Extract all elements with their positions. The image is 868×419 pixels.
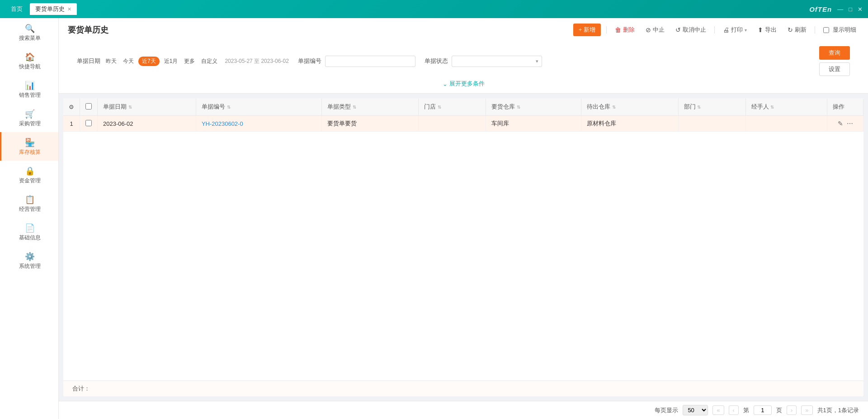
new-btn[interactable]: + 新增 bbox=[573, 24, 601, 36]
select-all-checkbox[interactable] bbox=[85, 103, 92, 110]
window-maximize-btn[interactable]: □ bbox=[849, 6, 852, 13]
home-icon: 🏠 bbox=[25, 53, 35, 61]
sidebar-item-base-label: 基础信息 bbox=[19, 234, 41, 242]
tab-requisition-history[interactable]: 要货单历史 ✕ bbox=[30, 3, 77, 15]
table-header-row: ⚙ 单据日期 ⇅ 单据编号 ⇅ 单据类型 bbox=[63, 98, 863, 116]
next-page-btn[interactable]: › bbox=[787, 405, 797, 415]
date-7days[interactable]: 近7天 bbox=[138, 57, 160, 66]
toolbar: + 新增 🗑 删除 ⊘ 中止 ↺ 取消中止 bbox=[573, 24, 859, 36]
col-ops: 操作 bbox=[827, 98, 863, 116]
total-info: 共1页，1条记录 bbox=[817, 406, 859, 414]
footer-sum: 合计： bbox=[63, 381, 863, 396]
status-select[interactable]: 待审核 已审核 已取消 bbox=[452, 56, 542, 67]
sidebar: 🔍 搜索菜单 🏠 快捷导航 📊 销售管理 🛒 采购管理 🏪 库存核算 🔒 资金管… bbox=[0, 18, 59, 419]
edit-icon[interactable]: ✎ bbox=[838, 120, 843, 127]
sidebar-item-sys-mgmt[interactable]: ⚙️ 系统管理 bbox=[0, 246, 58, 275]
query-btn[interactable]: 查询 bbox=[819, 46, 850, 60]
print-label: 打印 bbox=[731, 26, 743, 34]
col-dept-label: 部门 bbox=[684, 103, 696, 110]
data-table: ⚙ 单据日期 ⇅ 单据编号 ⇅ 单据类型 bbox=[63, 98, 863, 132]
sum-label: 合计： bbox=[72, 385, 90, 392]
cancel-stop-label: 取消中止 bbox=[683, 26, 706, 34]
page-input[interactable] bbox=[754, 405, 772, 415]
tab-requisition-label: 要货单历史 bbox=[35, 5, 65, 13]
page-title: 要货单历史 bbox=[68, 24, 108, 35]
window-minimize-btn[interactable]: — bbox=[837, 6, 843, 13]
cancel-stop-btn[interactable]: ↺ 取消中止 bbox=[673, 24, 709, 36]
date-today[interactable]: 今天 bbox=[121, 57, 136, 66]
page-label: 第 bbox=[743, 406, 749, 414]
date-filter-group: 单据日期 昨天 今天 近7天 近1月 更多 自定义 2023-05-27 至 2… bbox=[77, 57, 289, 66]
expand-more-label: 展开更多条件 bbox=[449, 80, 485, 88]
sidebar-item-inventory-mgmt[interactable]: 🏪 库存核算 bbox=[0, 132, 58, 161]
show-detail-btn[interactable]: 显示明细 bbox=[821, 24, 859, 36]
top-bar-right: OfTEn — □ ✕ bbox=[809, 5, 863, 13]
sidebar-item-quick-nav[interactable]: 🏠 快捷导航 bbox=[0, 47, 58, 75]
per-page-select[interactable]: 20 50 100 bbox=[683, 405, 708, 415]
export-btn[interactable]: ⬆ 导出 bbox=[755, 24, 779, 36]
sidebar-item-search-menu[interactable]: 🔍 搜索菜单 bbox=[0, 18, 58, 47]
date-1month[interactable]: 近1月 bbox=[162, 57, 180, 66]
row-checkbox-cell bbox=[80, 116, 98, 132]
prev-page-btn[interactable]: ‹ bbox=[729, 405, 739, 415]
table-head: ⚙ 单据日期 ⇅ 单据编号 ⇅ 单据类型 bbox=[63, 98, 863, 116]
date-more[interactable]: 更多 bbox=[182, 57, 197, 66]
tab-home[interactable]: 首页 bbox=[5, 3, 28, 15]
filter-action-buttons: 查询 设置 bbox=[819, 46, 850, 76]
col-req-warehouse-label: 要货仓库 bbox=[491, 103, 515, 110]
col-settings[interactable]: ⚙ bbox=[63, 98, 80, 116]
status-label: 单据状态 bbox=[425, 57, 448, 65]
last-page-btn[interactable]: » bbox=[801, 405, 812, 415]
divider-3 bbox=[815, 26, 815, 33]
sidebar-item-search-menu-label: 搜索菜单 bbox=[19, 34, 41, 42]
stop-btn[interactable]: ⊘ 中止 bbox=[643, 24, 667, 36]
inventory-icon: 🏪 bbox=[25, 138, 35, 147]
col-number[interactable]: 单据编号 ⇅ bbox=[196, 98, 321, 116]
print-icon: 🖨 bbox=[723, 26, 729, 33]
tab-close-icon[interactable]: ✕ bbox=[67, 6, 71, 12]
row-date: 2023-06-02 bbox=[98, 116, 196, 132]
col-req-warehouse[interactable]: 要货仓库 ⇅ bbox=[486, 98, 581, 116]
row-checkbox[interactable] bbox=[85, 120, 92, 126]
refresh-btn[interactable]: ↻ 刷新 bbox=[785, 24, 809, 36]
col-handler[interactable]: 经手人 ⇅ bbox=[745, 98, 827, 116]
col-date[interactable]: 单据日期 ⇅ bbox=[98, 98, 196, 116]
sort-dept-icon: ⇅ bbox=[697, 105, 701, 110]
show-detail-checkbox[interactable] bbox=[823, 27, 829, 33]
settings-btn[interactable]: 设置 bbox=[819, 62, 850, 76]
sort-req-warehouse-icon: ⇅ bbox=[517, 105, 520, 110]
col-store-label: 门店 bbox=[424, 103, 436, 110]
pagination-bar: 每页显示 20 50 100 « ‹ 第 页 › » 共1页，1条记录 bbox=[59, 401, 868, 419]
sys-icon: ⚙️ bbox=[25, 252, 35, 261]
doc-number-input[interactable] bbox=[325, 56, 415, 67]
show-detail-label: 显示明细 bbox=[833, 26, 856, 34]
ops-icon: 📋 bbox=[25, 195, 35, 204]
refresh-icon: ↻ bbox=[788, 26, 793, 33]
col-type[interactable]: 单据类型 ⇅ bbox=[321, 98, 418, 116]
sidebar-item-sales-mgmt[interactable]: 📊 销售管理 bbox=[0, 75, 58, 104]
sidebar-item-base-info[interactable]: 📄 基础信息 bbox=[0, 218, 58, 246]
print-btn[interactable]: 🖨 打印 ▾ bbox=[720, 24, 750, 36]
finance-icon: 🔒 bbox=[25, 167, 35, 175]
col-date-label: 单据日期 bbox=[103, 103, 127, 110]
date-range-text: 2023-05-27 至 2023-06-02 bbox=[225, 57, 288, 65]
date-yesterday[interactable]: 昨天 bbox=[104, 57, 118, 66]
first-page-btn[interactable]: « bbox=[712, 405, 724, 415]
col-dept[interactable]: 部门 ⇅ bbox=[678, 98, 745, 116]
table-row: 1 2023-06-02 YH-20230602-0 要货单要货 车间库 原材料… bbox=[63, 116, 863, 132]
sort-pending-warehouse-icon: ⇅ bbox=[612, 105, 616, 110]
sidebar-item-finance-mgmt[interactable]: 🔒 资金管理 bbox=[0, 161, 58, 189]
sidebar-item-purchase-mgmt[interactable]: 🛒 采购管理 bbox=[0, 104, 58, 132]
doc-number-link[interactable]: YH-20230602-0 bbox=[202, 120, 243, 127]
sidebar-item-ops-mgmt[interactable]: 📋 经营管理 bbox=[0, 189, 58, 218]
page-header: 要货单历史 + 新增 🗑 删除 ⊘ 中止 ↺ 取消中止 bbox=[59, 18, 868, 94]
expand-more-btn[interactable]: ⌄ 展开更多条件 bbox=[77, 80, 850, 88]
col-store[interactable]: 门店 ⇅ bbox=[419, 98, 486, 116]
col-pending-warehouse[interactable]: 待出仓库 ⇅ bbox=[581, 98, 678, 116]
sidebar-item-ops-label: 经营管理 bbox=[19, 205, 41, 213]
window-close-btn[interactable]: ✕ bbox=[858, 6, 863, 13]
more-icon[interactable]: ⋯ bbox=[847, 120, 853, 127]
delete-btn[interactable]: 🗑 删除 bbox=[612, 24, 637, 36]
date-custom[interactable]: 自定义 bbox=[199, 57, 219, 66]
table-container: ⚙ 单据日期 ⇅ 单据编号 ⇅ 单据类型 bbox=[63, 98, 863, 396]
